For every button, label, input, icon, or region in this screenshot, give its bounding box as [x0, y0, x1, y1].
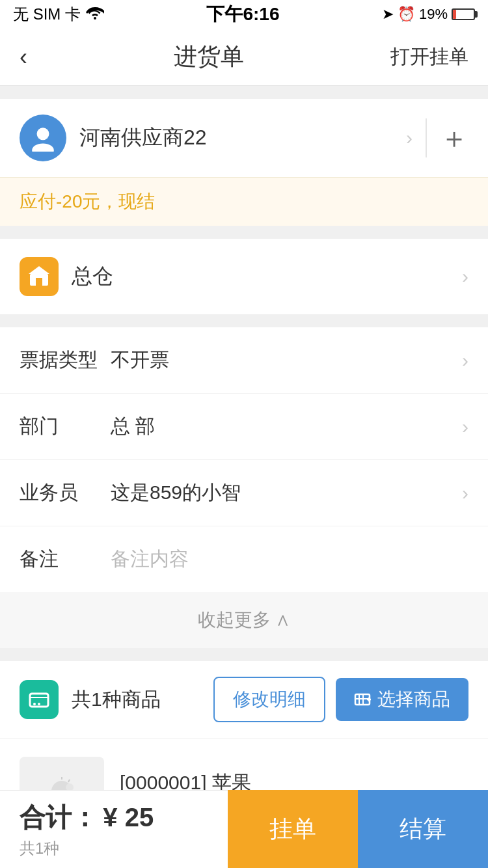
warehouse-icon [20, 257, 59, 296]
remark-row[interactable]: 备注 备注内容 [0, 526, 488, 592]
salesperson-row[interactable]: 业务员 这是859的小智 › [0, 460, 488, 526]
salesperson-chevron: › [462, 482, 468, 504]
select-product-button[interactable]: 选择商品 [336, 678, 468, 721]
alarm-icon: ⏰ [398, 6, 415, 23]
total-label: 合计： [20, 803, 98, 832]
collapse-button[interactable]: 收起更多 ∧ [0, 592, 488, 648]
form-section: 票据类型 不开票 › 部门 总 部 › 业务员 这是859的小智 › 备注 备注… [0, 327, 488, 592]
svg-point-7 [38, 703, 40, 705]
nav-bar: ‹ 进货单 打开挂单 [0, 29, 488, 86]
total-sub-label: 共1种 [20, 838, 208, 859]
products-count: 共1种商品 [72, 686, 213, 713]
battery-icon [452, 8, 475, 20]
status-right: ➤ ⏰ 19% [382, 6, 475, 23]
supplier-chevron-icon: › [406, 127, 413, 149]
total-amount: 合计： ¥ 25 [20, 800, 208, 835]
wifi-icon [86, 5, 104, 23]
products-header: 共1种商品 修改明细 选择商品 [0, 661, 488, 739]
invoice-type-value: 不开票 [111, 347, 462, 373]
payment-notice: 应付-20元，现结 [0, 177, 488, 226]
salesperson-value: 这是859的小智 [111, 480, 462, 506]
invoice-type-row[interactable]: 票据类型 不开票 › [0, 327, 488, 394]
supplier-section: 河南供应商22 › ＋ 应付-20元，现结 [0, 99, 488, 226]
total-section: 合计： ¥ 25 共1种 [0, 790, 228, 868]
remark-label: 备注 [20, 546, 111, 573]
carrier-label: 无 SIM 卡 [13, 4, 81, 25]
warehouse-row[interactable]: 总仓 › [0, 239, 488, 314]
invoice-type-label: 票据类型 [20, 347, 111, 373]
warehouse-name: 总仓 [72, 262, 462, 291]
status-time: 下午6:16 [206, 2, 279, 27]
invoice-type-chevron: › [462, 349, 468, 372]
department-chevron: › [462, 416, 468, 438]
department-label: 部门 [20, 413, 111, 440]
select-product-label: 选择商品 [377, 687, 450, 712]
salesperson-label: 业务员 [20, 480, 111, 506]
svg-point-0 [37, 128, 49, 140]
settle-button[interactable]: 结算 [358, 790, 488, 868]
status-bar: 无 SIM 卡 下午6:16 ➤ ⏰ 19% [0, 0, 488, 29]
supplier-name: 河南供应商22 [79, 124, 406, 152]
svg-point-6 [33, 703, 36, 705]
svg-line-18 [68, 780, 70, 782]
status-left: 无 SIM 卡 [13, 4, 104, 25]
open-hang-button[interactable]: 打开挂单 [390, 44, 468, 70]
products-icon [20, 680, 59, 719]
hang-button[interactable]: 挂单 [228, 790, 358, 868]
back-button[interactable]: ‹ [20, 44, 27, 71]
page-title: 进货单 [174, 41, 244, 73]
cart-icon [354, 690, 372, 709]
divider [426, 118, 427, 157]
warehouse-section[interactable]: 总仓 › [0, 239, 488, 314]
location-icon: ➤ [382, 6, 394, 23]
department-value: 总 部 [111, 413, 462, 440]
add-supplier-button[interactable]: ＋ [440, 119, 468, 157]
supplier-row[interactable]: 河南供应商22 › ＋ [0, 99, 488, 177]
department-row[interactable]: 部门 总 部 › [0, 394, 488, 460]
bottom-bar: 合计： ¥ 25 共1种 挂单 结算 [0, 790, 488, 868]
svg-point-1 [32, 143, 54, 152]
battery-label: 19% [419, 6, 448, 23]
svg-marker-3 [29, 266, 49, 274]
warehouse-chevron-icon: › [462, 265, 468, 288]
total-value: ¥ 25 [103, 803, 154, 832]
svg-rect-4 [36, 278, 42, 286]
edit-detail-button[interactable]: 修改明细 [213, 677, 325, 722]
remark-placeholder: 备注内容 [111, 546, 189, 573]
supplier-avatar [20, 115, 66, 161]
